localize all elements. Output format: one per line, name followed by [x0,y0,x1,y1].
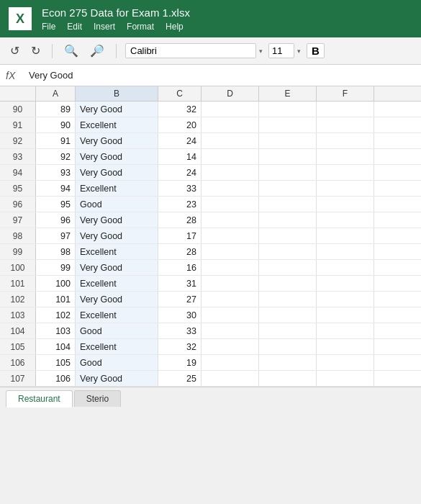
menu-item-format[interactable]: Format [127,22,154,32]
cell-b-11[interactable]: Excellent [76,276,158,291]
cell-d-5[interactable] [202,181,259,196]
cell-e-15[interactable] [259,339,317,354]
cell-b-1[interactable]: Excellent [76,117,158,132]
cell-c-8[interactable]: 17 [158,228,202,243]
table-row[interactable]: 104 103 Good 33 [0,323,421,339]
cell-f-9[interactable] [317,244,374,259]
cell-d-9[interactable] [202,244,259,259]
cell-f-14[interactable] [317,323,374,338]
sheet-tab-sterio[interactable]: Sterio [74,390,121,407]
cell-c-4[interactable]: 24 [158,165,202,180]
cell-d-6[interactable] [202,197,259,212]
cell-e-12[interactable] [259,292,317,307]
cell-d-12[interactable] [202,292,259,307]
cell-e-13[interactable] [259,307,317,323]
cell-c-11[interactable]: 31 [158,276,202,291]
cell-c-3[interactable]: 14 [158,149,202,164]
cell-a-8[interactable]: 97 [36,228,76,243]
menu-item-help[interactable]: Help [166,22,184,32]
cell-e-7[interactable] [259,212,317,228]
cell-d-11[interactable] [202,276,259,291]
cell-b-15[interactable]: Excellent [76,339,158,354]
cell-a-7[interactable]: 96 [36,212,76,228]
cell-b-12[interactable]: Very Good [76,292,158,307]
table-row[interactable]: 101 100 Excellent 31 [0,276,421,292]
table-row[interactable]: 90 89 Very Good 32 [0,102,421,117]
cell-c-12[interactable]: 27 [158,292,202,307]
cell-b-9[interactable]: Excellent [76,244,158,259]
cell-a-15[interactable]: 104 [36,339,76,354]
cell-c-10[interactable]: 16 [158,260,202,275]
col-header-f[interactable]: F [317,86,374,101]
size-dropdown-arrow[interactable]: ▾ [297,48,301,55]
cell-d-10[interactable] [202,260,259,275]
zoom-button[interactable]: 🔎 [87,42,107,59]
cell-f-8[interactable] [317,228,374,243]
cell-c-15[interactable]: 32 [158,339,202,354]
cell-b-17[interactable]: Very Good [76,371,158,386]
table-row[interactable]: 105 104 Excellent 32 [0,339,421,355]
cell-e-0[interactable] [259,102,317,117]
redo-button[interactable]: ↻ [28,42,43,59]
table-row[interactable]: 103 102 Excellent 30 [0,307,421,323]
cell-d-7[interactable] [202,212,259,228]
cell-f-1[interactable] [317,117,374,132]
cell-a-6[interactable]: 95 [36,197,76,212]
cell-b-0[interactable]: Very Good [76,102,158,117]
cell-f-4[interactable] [317,165,374,180]
cell-d-15[interactable] [202,339,259,354]
table-row[interactable]: 102 101 Very Good 27 [0,292,421,307]
cell-b-6[interactable]: Good [76,197,158,212]
cell-a-1[interactable]: 90 [36,117,76,132]
col-header-d[interactable]: D [202,86,259,101]
cell-a-10[interactable]: 99 [36,260,76,275]
menu-bar[interactable]: FileEditInsertFormatHelp [42,22,190,32]
table-row[interactable]: 96 95 Good 23 [0,197,421,212]
sheet-tab-restaurant[interactable]: Restaurant [6,390,73,408]
cell-b-8[interactable]: Very Good [76,228,158,243]
cell-b-2[interactable]: Very Good [76,133,158,148]
cell-f-7[interactable] [317,212,374,228]
cell-b-16[interactable]: Good [76,355,158,370]
cell-a-14[interactable]: 103 [36,323,76,338]
cell-c-14[interactable]: 33 [158,323,202,338]
bold-button[interactable]: B [307,43,325,58]
cell-f-11[interactable] [317,276,374,291]
cell-d-16[interactable] [202,355,259,370]
cell-d-13[interactable] [202,307,259,323]
table-row[interactable]: 97 96 Very Good 28 [0,212,421,228]
table-row[interactable]: 93 92 Very Good 14 [0,149,421,165]
col-header-b[interactable]: B [76,86,158,101]
cell-a-4[interactable]: 93 [36,165,76,180]
cell-b-3[interactable]: Very Good [76,149,158,164]
font-size-input[interactable] [268,43,294,58]
table-row[interactable]: 107 106 Very Good 25 [0,371,421,387]
cell-c-6[interactable]: 23 [158,197,202,212]
cell-f-16[interactable] [317,355,374,370]
cell-d-3[interactable] [202,149,259,164]
cell-c-9[interactable]: 28 [158,244,202,259]
col-header-e[interactable]: E [259,86,317,101]
cell-d-14[interactable] [202,323,259,338]
cell-e-6[interactable] [259,197,317,212]
cell-f-2[interactable] [317,133,374,148]
cell-e-8[interactable] [259,228,317,243]
cell-f-15[interactable] [317,339,374,354]
font-dropdown-arrow[interactable]: ▾ [259,48,263,55]
cell-a-13[interactable]: 102 [36,307,76,323]
cell-e-14[interactable] [259,323,317,338]
cell-e-9[interactable] [259,244,317,259]
cell-b-4[interactable]: Very Good [76,165,158,180]
cell-d-8[interactable] [202,228,259,243]
cell-c-13[interactable]: 30 [158,307,202,323]
cell-f-6[interactable] [317,197,374,212]
cell-a-5[interactable]: 94 [36,181,76,196]
menu-item-edit[interactable]: Edit [67,22,82,32]
cell-d-2[interactable] [202,133,259,148]
cell-b-10[interactable]: Very Good [76,260,158,275]
cell-f-13[interactable] [317,307,374,323]
cell-c-5[interactable]: 33 [158,181,202,196]
cell-b-5[interactable]: Excellent [76,181,158,196]
cell-a-12[interactable]: 101 [36,292,76,307]
cell-e-16[interactable] [259,355,317,370]
